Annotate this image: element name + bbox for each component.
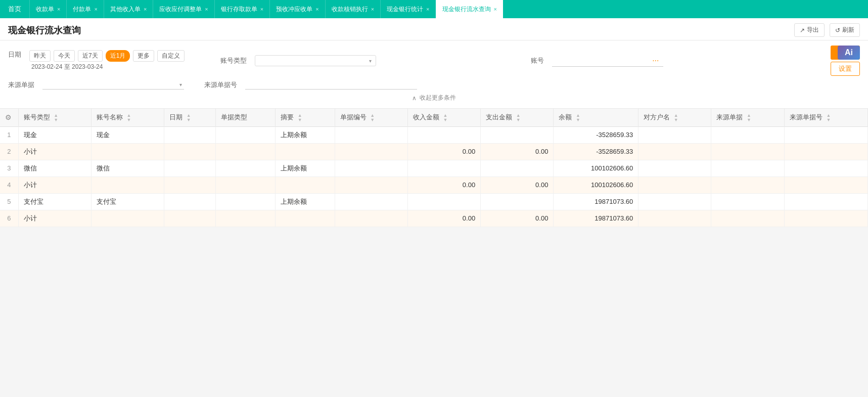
cell-date	[164, 126, 216, 143]
sort-income-icon: ▲▼	[443, 113, 448, 122]
cell-income	[407, 193, 480, 210]
col-account-name[interactable]: 账号名称 ▲▼	[91, 109, 164, 126]
page-header: 现金银行流水查询 ↗ 导出 ↺ 刷新	[0, 18, 868, 40]
sort-summary-icon: ▲▼	[298, 113, 302, 122]
table-row: 1现金现金上期余额-3528659.33	[0, 126, 868, 143]
cell-date	[164, 177, 216, 193]
date-label: 日期	[8, 50, 21, 59]
date-btn-today[interactable]: 今天	[54, 50, 75, 62]
source-doc-no-label: 来源单据号	[204, 80, 237, 90]
source-doc-item: 来源单据 ▾	[8, 80, 184, 90]
close-tab-2-icon[interactable]: ×	[144, 6, 147, 12]
cell-expense	[481, 160, 554, 177]
nav-tab-0[interactable]: 收款单 ×	[29, 0, 66, 18]
gear-icon[interactable]: ⚙	[5, 113, 12, 121]
nav-tab-4[interactable]: 银行存取款单 ×	[214, 0, 269, 18]
table-row: 6小计0.000.0019871073.60	[0, 210, 868, 227]
account-input[interactable]	[554, 57, 651, 64]
page-title: 现金银行流水查询	[8, 24, 81, 36]
cell-account-type: 小计	[18, 210, 91, 227]
collapse-bar[interactable]: ∧ 收起更多条件	[8, 92, 860, 105]
account-type-input[interactable]	[259, 57, 369, 64]
cell-date	[164, 193, 216, 210]
date-col: 昨天 今天 近7天 近1月 更多 自定义 2023-02-24 至 2023-0…	[29, 50, 185, 71]
cell-income: 0.00	[407, 143, 480, 160]
export-button[interactable]: ↗ 导出	[794, 23, 825, 37]
close-tab-6-icon[interactable]: ×	[371, 6, 374, 12]
col-source-doc-no[interactable]: 来源单据号 ▲▼	[784, 109, 867, 126]
col-summary[interactable]: 摘要 ▲▼	[276, 109, 335, 126]
source-doc-no-input[interactable]	[247, 81, 415, 88]
nav-tab-6[interactable]: 收款核销执行 ×	[325, 0, 380, 18]
source-doc-select[interactable]: ▾	[42, 80, 184, 90]
cell-doc-no	[335, 126, 407, 143]
sort-doc-no-icon: ▲▼	[370, 113, 375, 122]
source-doc-no-wrap[interactable]	[245, 80, 417, 90]
nav-tab-8[interactable]: 现金银行流水查询 ×	[436, 0, 503, 18]
close-tab-8-icon[interactable]: ×	[494, 6, 497, 12]
collapse-up-icon: ∧	[412, 95, 417, 102]
cell-source-doc	[711, 193, 784, 210]
close-tab-1-icon[interactable]: ×	[94, 6, 97, 12]
cell-balance: 19871073.60	[554, 193, 638, 210]
nav-tab-3[interactable]: 应收应付调整单 ×	[153, 0, 214, 18]
date-btn-7days[interactable]: 近7天	[78, 50, 103, 62]
cell-source-doc-no	[784, 160, 867, 177]
nav-tab-7[interactable]: 现金银行统计 ×	[380, 0, 435, 18]
setting-button[interactable]: 设置	[831, 62, 860, 76]
col-doc-type: 单据类型	[216, 109, 276, 126]
cell-account-name: 现金	[91, 126, 164, 143]
refresh-button[interactable]: ↺ 刷新	[830, 23, 860, 37]
source-doc-no-item: 来源单据号	[204, 80, 417, 90]
ai-badge[interactable]: Ai	[838, 46, 860, 60]
cell-doc-no	[335, 143, 407, 160]
col-account-type[interactable]: 账号类型 ▲▼	[18, 109, 91, 126]
cell-balance: 100102606.60	[554, 177, 638, 193]
cell-account-type: 微信	[18, 160, 91, 177]
row-number: 6	[0, 210, 18, 227]
nav-tab-5[interactable]: 预收冲应收单 ×	[269, 0, 325, 18]
cell-counterpart	[638, 210, 711, 227]
close-tab-7-icon[interactable]: ×	[426, 6, 429, 12]
col-doc-no[interactable]: 单据编号 ▲▼	[335, 109, 407, 126]
cell-expense	[481, 126, 554, 143]
cell-balance: 19871073.60	[554, 210, 638, 227]
date-btn-custom[interactable]: 自定义	[157, 50, 185, 62]
filter-row-2: 来源单据 ▾ 来源单据号	[8, 80, 860, 90]
filter-row-1: 日期 昨天 今天 近7天 近1月 更多 自定义 2023-02-24 至 202…	[8, 46, 860, 76]
cell-expense: 0.00	[481, 177, 554, 193]
date-btn-1month[interactable]: 近1月	[106, 50, 130, 62]
row-number: 1	[0, 126, 18, 143]
col-date[interactable]: 日期 ▲▼	[164, 109, 216, 126]
col-balance[interactable]: 余额 ▲▼	[554, 109, 638, 126]
row-number: 5	[0, 193, 18, 210]
col-expense[interactable]: 支出金额 ▲▼	[481, 109, 554, 126]
close-tab-4-icon[interactable]: ×	[260, 6, 263, 12]
source-doc-input[interactable]	[44, 81, 179, 88]
cell-expense: 0.00	[481, 143, 554, 160]
refresh-icon: ↺	[835, 27, 840, 34]
nav-tab-1[interactable]: 付款单 ×	[66, 0, 103, 18]
date-btn-yesterday[interactable]: 昨天	[29, 50, 51, 62]
sort-source-doc-icon: ▲▼	[747, 113, 751, 122]
account-dots-icon[interactable]: ···	[650, 56, 661, 65]
cell-source-doc	[711, 177, 784, 193]
nav-tab-2[interactable]: 其他收入单 ×	[104, 0, 153, 18]
cell-summary: 上期余额	[276, 193, 335, 210]
account-type-select[interactable]: ▾	[255, 55, 376, 66]
col-counterpart[interactable]: 对方户名 ▲▼	[638, 109, 711, 126]
table-row: 4小计0.000.00100102606.60	[0, 177, 868, 193]
col-source-doc[interactable]: 来源单据 ▲▼	[711, 109, 784, 126]
cell-doc-type	[216, 177, 276, 193]
date-btn-more[interactable]: 更多	[133, 50, 154, 62]
col-income[interactable]: 收入金额 ▲▼	[407, 109, 480, 126]
account-label: 账号	[531, 56, 544, 65]
nav-home[interactable]: 首页	[0, 0, 29, 18]
close-tab-3-icon[interactable]: ×	[205, 6, 208, 12]
cell-doc-no	[335, 193, 407, 210]
cell-doc-type	[216, 193, 276, 210]
cell-counterpart	[638, 126, 711, 143]
cell-source-doc-no	[784, 193, 867, 210]
close-tab-5-icon[interactable]: ×	[315, 6, 318, 12]
close-tab-0-icon[interactable]: ×	[57, 6, 60, 12]
